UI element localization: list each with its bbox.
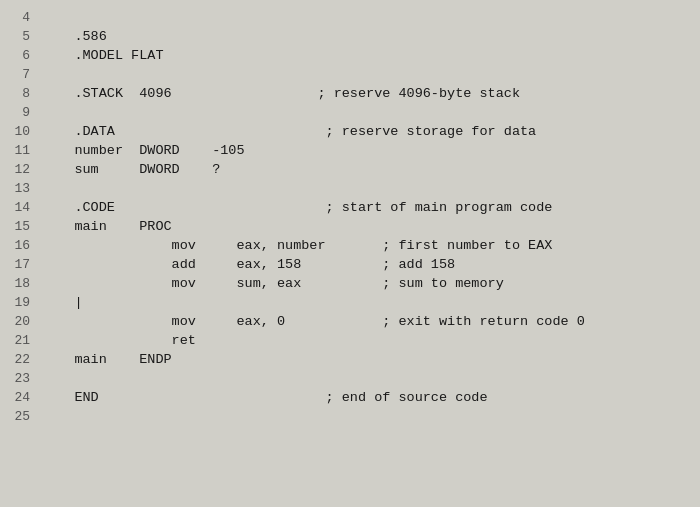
code-line: 5 .586 [0,27,700,46]
line-number: 10 [0,122,42,141]
code-line: 11 number DWORD -105 [0,141,700,160]
line-number: 20 [0,312,42,331]
code-line: 6 .MODEL FLAT [0,46,700,65]
code-line: 21 ret [0,331,700,350]
line-number: 16 [0,236,42,255]
code-line: 16 mov eax, number ; first number to EAX [0,236,700,255]
line-number: 14 [0,198,42,217]
line-content: mov eax, 0 ; exit with return code 0 [42,312,700,331]
code-line: 14 .CODE ; start of main program code [0,198,700,217]
code-line: 9 [0,103,700,122]
code-line: 13 [0,179,700,198]
code-line: 18 mov sum, eax ; sum to memory [0,274,700,293]
line-content: .STACK 4096 ; reserve 4096-byte stack [42,84,700,103]
line-number: 21 [0,331,42,350]
code-line: 4 [0,8,700,27]
line-number: 24 [0,388,42,407]
line-number: 7 [0,65,42,84]
line-content: sum DWORD ? [42,160,700,179]
line-content: mov eax, number ; first number to EAX [42,236,700,255]
code-editor: 45 .5866 .MODEL FLAT78 .STACK 4096 ; res… [0,0,700,507]
line-content: ret [42,331,700,350]
line-number: 11 [0,141,42,160]
line-number: 15 [0,217,42,236]
code-line: 22 main ENDP [0,350,700,369]
line-content: END ; end of source code [42,388,700,407]
line-content: main PROC [42,217,700,236]
code-line: 15 main PROC [0,217,700,236]
code-line: 10 .DATA ; reserve storage for data [0,122,700,141]
code-line: 24 END ; end of source code [0,388,700,407]
line-number: 19 [0,293,42,312]
line-content: .MODEL FLAT [42,46,700,65]
line-content: number DWORD -105 [42,141,700,160]
line-number: 12 [0,160,42,179]
code-line: 8 .STACK 4096 ; reserve 4096-byte stack [0,84,700,103]
code-line: 17 add eax, 158 ; add 158 [0,255,700,274]
code-line: 23 [0,369,700,388]
line-number: 9 [0,103,42,122]
line-number: 22 [0,350,42,369]
line-number: 6 [0,46,42,65]
code-line: 7 [0,65,700,84]
line-number: 23 [0,369,42,388]
line-number: 18 [0,274,42,293]
line-number: 13 [0,179,42,198]
code-line: 19 | [0,293,700,312]
line-number: 5 [0,27,42,46]
line-number: 4 [0,8,42,27]
line-number: 25 [0,407,42,426]
line-content: main ENDP [42,350,700,369]
code-line: 20 mov eax, 0 ; exit with return code 0 [0,312,700,331]
line-content: add eax, 158 ; add 158 [42,255,700,274]
code-line: 25 [0,407,700,426]
code-line: 12 sum DWORD ? [0,160,700,179]
line-content: .586 [42,27,700,46]
line-content: mov sum, eax ; sum to memory [42,274,700,293]
line-content: .DATA ; reserve storage for data [42,122,700,141]
line-content: | [42,293,700,312]
line-content: .CODE ; start of main program code [42,198,700,217]
line-number: 8 [0,84,42,103]
line-number: 17 [0,255,42,274]
